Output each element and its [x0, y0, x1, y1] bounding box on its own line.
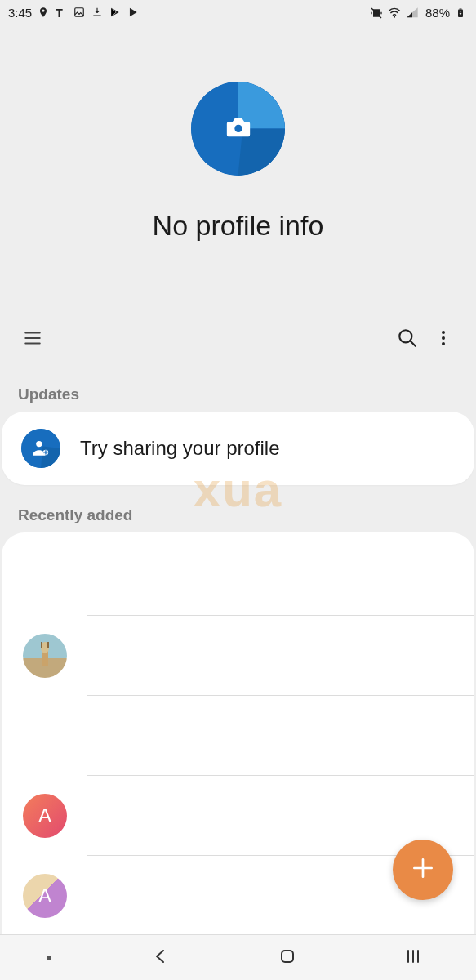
svg-point-11	[442, 342, 445, 345]
drawer-button[interactable]	[15, 322, 51, 358]
svg-point-2	[394, 16, 395, 17]
contact-avatar	[23, 634, 67, 678]
search-icon	[397, 327, 418, 352]
carrier-t-icon: T	[56, 7, 68, 19]
status-left-cluster: 3:45 T	[8, 6, 140, 20]
status-bar: 3:45 T 88%	[0, 0, 476, 24]
wifi-icon	[388, 7, 400, 19]
list-item[interactable]	[2, 536, 474, 616]
svg-line-8	[410, 341, 416, 346]
svg-point-6	[234, 124, 242, 131]
add-contact-fab[interactable]	[393, 840, 453, 900]
search-button[interactable]	[389, 322, 425, 358]
battery-charging-icon	[456, 7, 468, 19]
play-store-icon	[109, 7, 122, 19]
try-sharing-profile-item[interactable]: Try sharing your profile	[2, 412, 474, 485]
camera-icon	[225, 114, 252, 145]
updates-card: Try sharing your profile	[2, 412, 474, 485]
contact-avatar	[23, 554, 67, 598]
list-item[interactable]: A	[2, 776, 474, 856]
profile-photo-button[interactable]	[191, 82, 285, 176]
svg-point-9	[442, 331, 445, 334]
contact-avatar: A	[23, 794, 67, 838]
vibrate-silent-icon	[370, 7, 382, 19]
svg-rect-4	[460, 8, 462, 9]
download-icon	[91, 7, 104, 19]
recents-icon	[403, 947, 423, 969]
system-nav-bar	[0, 934, 476, 980]
contact-avatar: A	[23, 874, 67, 918]
svg-rect-0	[75, 7, 84, 16]
home-button[interactable]	[271, 942, 304, 974]
back-button[interactable]	[145, 942, 177, 974]
battery-percent: 88%	[425, 6, 450, 20]
updates-header: Updates	[0, 364, 476, 412]
avatar-initial: A	[38, 804, 51, 827]
profile-share-icon	[21, 429, 60, 468]
profile-hero: No profile info	[0, 24, 476, 315]
play-icon	[127, 7, 140, 19]
gallery-icon	[73, 7, 86, 19]
svg-rect-19	[282, 951, 293, 962]
avatar-initial: A	[38, 884, 51, 907]
location-pin-icon	[38, 7, 50, 19]
hamburger-icon	[22, 327, 43, 352]
list-item[interactable]	[2, 616, 474, 696]
svg-point-10	[442, 336, 445, 340]
home-outline-icon	[278, 947, 297, 969]
more-vertical-icon	[434, 328, 453, 351]
svg-point-13	[36, 441, 42, 447]
nav-indicator-dot	[47, 956, 51, 960]
list-item[interactable]	[2, 696, 474, 776]
overflow-menu-button[interactable]	[425, 322, 461, 358]
contact-avatar	[23, 714, 67, 758]
svg-rect-17	[41, 642, 42, 648]
svg-rect-18	[47, 642, 49, 648]
plus-icon	[410, 855, 436, 884]
recents-button[interactable]	[397, 942, 429, 974]
signal-icon	[406, 7, 418, 19]
status-time: 3:45	[8, 6, 32, 20]
updates-item-label: Try sharing your profile	[80, 437, 280, 460]
profile-title: No profile info	[153, 210, 324, 242]
toolbar	[0, 315, 476, 364]
status-right-cluster: 88%	[370, 6, 468, 20]
recently-added-header: Recently added	[0, 485, 476, 532]
back-icon	[151, 947, 171, 969]
